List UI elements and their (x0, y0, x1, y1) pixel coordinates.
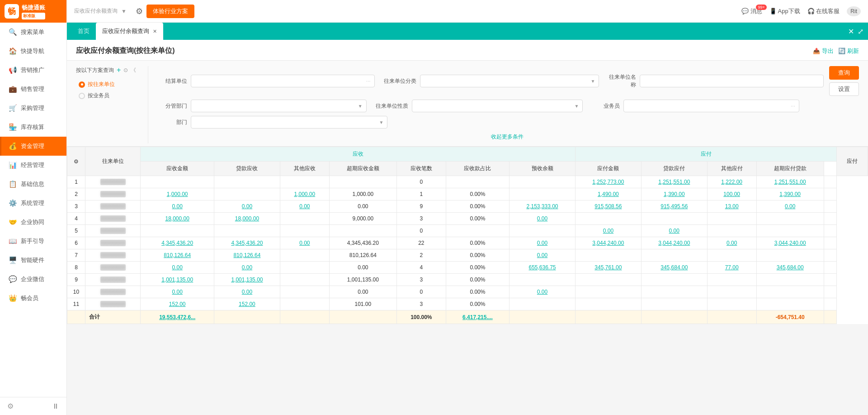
row-ap-overdue-5[interactable]: 3,044,240.00 (756, 237, 824, 249)
app-download[interactable]: 📱 App下载 (769, 7, 800, 15)
row-ar-loan-7[interactable]: 0.00 (214, 262, 280, 274)
row-ar-prepay-9[interactable]: 0.00 (509, 286, 576, 298)
row-ar-loan-1 (214, 188, 280, 200)
row-ar-loan-8[interactable]: 1,001,135.00 (214, 274, 280, 286)
row-ap-other-1[interactable]: 100.00 (707, 188, 756, 200)
row-ap-amount-5[interactable]: 3,044,240.00 (575, 237, 641, 249)
row-ar-amount-5[interactable]: 4,345,436.20 (141, 237, 214, 249)
filter-collapse-icon[interactable]: 《 (131, 67, 136, 74)
filter-input-partner-name[interactable] (640, 75, 824, 87)
row-ar-count-5: 22 (396, 237, 446, 249)
sidebar-item-purchase[interactable]: 🛒采购管理 (0, 99, 66, 118)
sidebar-item-inventory[interactable]: 🏪库存核算 (0, 118, 66, 137)
user-avatar[interactable]: Rit (847, 6, 861, 16)
row-ar-loan-3[interactable]: 18,000.00 (214, 213, 280, 225)
row-ar-prepay-7[interactable]: 655,636.75 (509, 262, 576, 274)
inventory-icon: 🏪 (9, 123, 17, 131)
filter-add-btn[interactable]: + (117, 66, 121, 74)
sidebar-item-marketing[interactable]: 📢营销推广 (0, 61, 66, 80)
row-ap-overdue-1[interactable]: 1,390.00 (756, 188, 824, 200)
row-ap-loan-7[interactable]: 345,684.00 (641, 262, 707, 274)
sidebar-item-operations[interactable]: 📊经营管理 (0, 156, 66, 175)
settings-icon[interactable]: ⚙ (136, 6, 143, 16)
row-ap-loan-1[interactable]: 1,390.00 (641, 188, 707, 200)
sidebar-settings-icon[interactable]: ⚙ (7, 402, 14, 410)
settings-btn[interactable]: 设置 (829, 82, 859, 96)
sidebar-item-search[interactable]: 🔍搜索菜单 (0, 23, 66, 42)
export-btn[interactable]: 📤 导出 (813, 47, 834, 55)
footer-ar-amount[interactable]: 19,553,472,6... (141, 310, 214, 324)
filter-input-settlement[interactable]: ··· (191, 75, 375, 87)
footer-ar-prepay[interactable]: 6,417,215.... (446, 310, 509, 324)
row-ar-amount-1[interactable]: 1,000.00 (141, 188, 214, 200)
row-ar-loan-9[interactable]: 0.00 (214, 286, 280, 298)
sidebar-item-basic[interactable]: 📋基础信息 (0, 175, 66, 194)
filter-input-nature[interactable]: ▼ (412, 100, 583, 112)
row-ar-amount-2[interactable]: 0.00 (141, 200, 214, 213)
row-ar-amount-8[interactable]: 1,001,135.00 (141, 274, 214, 286)
sidebar-collapse-icon[interactable]: ⏸ (52, 402, 59, 410)
close-window-icon[interactable]: ✕ (848, 27, 854, 36)
row-ap-loan-2[interactable]: 915,495.56 (641, 200, 707, 213)
row-partner-8: XXXXXXX (85, 274, 141, 286)
row-ar-other-1[interactable]: 1,000.00 (280, 188, 329, 200)
row-ap-loan-5[interactable]: 3,044,240.00 (641, 237, 707, 249)
sidebar-item-collab[interactable]: 🤝企业协同 (0, 213, 66, 232)
row-ar-loan-5[interactable]: 4,345,436.20 (214, 237, 280, 249)
sidebar-item-sales[interactable]: 💼销售管理 (0, 80, 66, 99)
online-service[interactable]: 🎧 在线客服 (807, 7, 840, 15)
row-ar-prepay-5[interactable]: 0.00 (509, 237, 576, 249)
row-ar-loan-10[interactable]: 152.00 (214, 298, 280, 310)
row-ar-amount-6[interactable]: 810,126.64 (141, 249, 214, 262)
row-ap-amount-0[interactable]: 1,252,773.00 (575, 176, 641, 188)
row-ar-amount-9[interactable]: 0.00 (141, 286, 214, 298)
row-ar-overdue-10: 101.00 (329, 298, 396, 310)
row-ap-overdue-0[interactable]: 1,251,551.00 (756, 176, 824, 188)
tab-arquery[interactable]: 应收应付余额查询 ✕ (96, 23, 163, 40)
notification-area[interactable]: 💬 消息 99+ (741, 7, 762, 15)
row-ar-loan-2[interactable]: 0.00 (214, 200, 280, 213)
sidebar-item-member[interactable]: 👑畅会员 (0, 289, 66, 308)
sidebar-item-wechat[interactable]: 💬企业微信 (0, 270, 66, 289)
maximize-icon[interactable]: ⤢ (858, 27, 863, 36)
row-ar-amount-3[interactable]: 18,000.00 (141, 213, 214, 225)
scheme-by-partner[interactable]: 按往来单位 (76, 79, 143, 90)
filter-input-category[interactable]: ▼ (420, 75, 599, 87)
row-ap-other-5[interactable]: 0.00 (707, 237, 756, 249)
filter-input-dept[interactable]: ▼ (191, 100, 367, 112)
row-ap-overdue-2[interactable]: 0.00 (756, 200, 824, 213)
solution-btn[interactable]: 体验行业方案 (146, 5, 194, 18)
row-ar-prepay-6[interactable]: 0.00 (509, 249, 576, 262)
row-ar-prepay-3[interactable]: 0.00 (509, 213, 576, 225)
close-tab-icon[interactable]: ✕ (153, 29, 157, 34)
filter-settings-icon[interactable]: ⊙ (123, 67, 128, 73)
row-ar-amount-10[interactable]: 152.00 (141, 298, 214, 310)
sidebar-item-hardware[interactable]: 🖥️智能硬件 (0, 251, 66, 270)
sidebar-item-guide[interactable]: 📖新手引导 (0, 232, 66, 251)
query-btn[interactable]: 查询 (829, 66, 859, 80)
row-ap-amount-2[interactable]: 915,508.56 (575, 200, 641, 213)
row-ap-other-2[interactable]: 13.00 (707, 200, 756, 213)
row-ap-overdue-7[interactable]: 345,684.00 (756, 262, 824, 274)
row-ar-other-5[interactable]: 0.00 (280, 237, 329, 249)
collapse-more-btn[interactable]: 收起更多条件 (156, 130, 859, 143)
row-ap-amount-4[interactable]: 0.00 (575, 225, 641, 237)
row-ap-loan-0[interactable]: 1,251,551.00 (641, 176, 707, 188)
row-ar-prepay-2[interactable]: 2,153,333.00 (509, 200, 576, 213)
row-ap-other-7[interactable]: 77.00 (707, 262, 756, 274)
filter-input-salesman[interactable]: ··· (623, 100, 799, 112)
sidebar-item-quicknav[interactable]: 🏠快捷导航 (0, 42, 66, 61)
scheme-by-salesman[interactable]: 按业务员 (76, 90, 143, 101)
row-ar-other-2[interactable]: 0.00 (280, 200, 329, 213)
row-ap-other-0[interactable]: 1,222.00 (707, 176, 756, 188)
row-ap-loan-4[interactable]: 0.00 (641, 225, 707, 237)
sidebar-item-system[interactable]: ⚙️系统管理 (0, 194, 66, 213)
filter-input-department[interactable]: ▼ (191, 116, 387, 129)
row-ap-amount-7[interactable]: 345,761.00 (575, 262, 641, 274)
sidebar-item-finance[interactable]: 💰资金管理 (0, 137, 66, 156)
row-ar-amount-7[interactable]: 0.00 (141, 262, 214, 274)
row-ap-amount-1[interactable]: 1,490.00 (575, 188, 641, 200)
tab-home[interactable]: 首页 (71, 23, 96, 40)
refresh-btn[interactable]: 🔄 刷新 (838, 47, 859, 55)
row-ar-loan-6[interactable]: 810,126.64 (214, 249, 280, 262)
